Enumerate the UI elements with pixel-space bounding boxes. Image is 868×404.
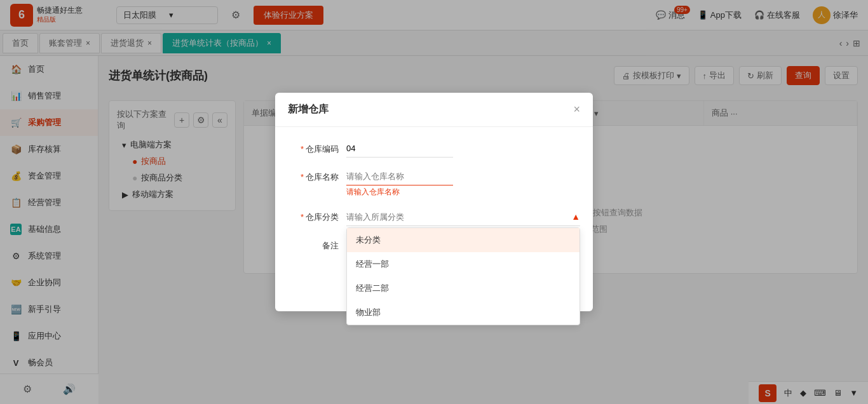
warehouse-code-wrapper [346, 140, 580, 158]
category-dropdown-list: 未分类 经营一部 经营二部 物业部 [346, 227, 580, 325]
warehouse-code-input[interactable] [346, 140, 453, 158]
dropdown-item-dept3[interactable]: 物业部 [347, 300, 580, 325]
modal-header: 新增仓库 × [275, 93, 593, 127]
form-row-category: 仓库分类 ▲ 未分类 经营一部 经营二部 物业部 [288, 208, 580, 226]
warehouse-category-wrapper: ▲ 未分类 经营一部 经营二部 物业部 [346, 208, 580, 226]
form-row-code: 仓库编码 [288, 140, 580, 158]
add-warehouse-modal: 新增仓库 × 仓库编码 仓库名称 请输入仓库名称 仓库分类 [275, 93, 593, 311]
warehouse-name-label: 仓库名称 [288, 168, 339, 183]
modal-backdrop[interactable]: 新增仓库 × 仓库编码 仓库名称 请输入仓库名称 仓库分类 [0, 0, 868, 404]
dropdown-item-uncategorized[interactable]: 未分类 [347, 228, 580, 252]
modal-body: 仓库编码 仓库名称 请输入仓库名称 仓库分类 ▲ [275, 127, 593, 277]
form-row-name: 仓库名称 请输入仓库名称 [288, 168, 580, 198]
category-dropdown-arrow-icon: ▲ [571, 212, 580, 222]
modal-close-button[interactable]: × [573, 103, 580, 116]
warehouse-name-input[interactable] [346, 168, 453, 185]
notes-label: 备注 [288, 236, 339, 252]
dropdown-item-dept2[interactable]: 经营二部 [347, 276, 580, 300]
dropdown-item-dept1[interactable]: 经营一部 [347, 252, 580, 276]
warehouse-name-error: 请输入仓库名称 [346, 187, 580, 198]
modal-title: 新增仓库 [288, 103, 329, 116]
warehouse-code-label: 仓库编码 [288, 140, 339, 155]
warehouse-category-input[interactable] [346, 212, 571, 222]
warehouse-category-dropdown[interactable]: ▲ [346, 208, 580, 226]
warehouse-name-wrapper: 请输入仓库名称 [346, 168, 580, 198]
warehouse-category-label: 仓库分类 [288, 208, 339, 223]
